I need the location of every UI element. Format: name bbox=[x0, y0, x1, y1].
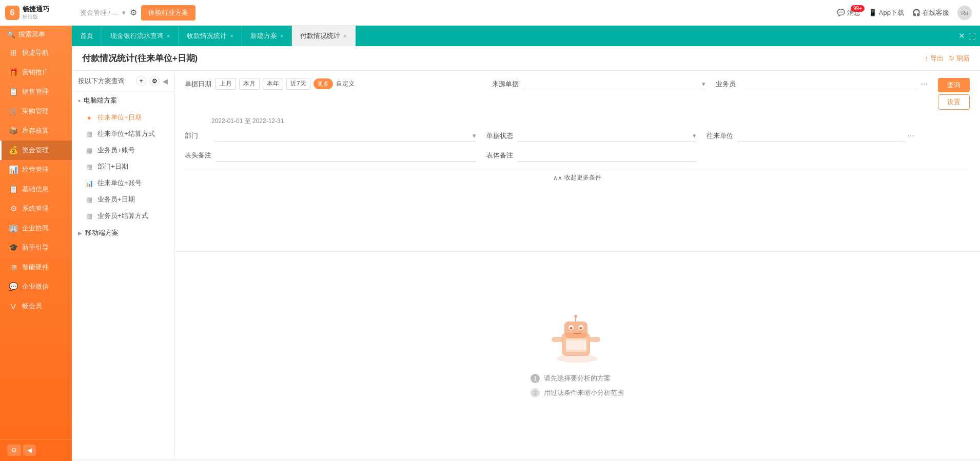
collapse-bar[interactable]: ∧∧ 收起更多条件 bbox=[185, 169, 970, 186]
source-label: 来源单据 bbox=[492, 79, 519, 89]
tab-receipt-stat[interactable]: 收款情况统计 × bbox=[179, 26, 242, 46]
hardware-icon: 🖥 bbox=[9, 263, 18, 272]
sidebar-item-basic[interactable]: 📋 基础信息 bbox=[0, 179, 72, 199]
refresh-button[interactable]: ↻ 刷新 bbox=[949, 54, 970, 63]
message-button[interactable]: 💬 消息 99+ bbox=[837, 8, 860, 17]
settings-gear-icon[interactable]: ⚙ bbox=[130, 8, 137, 17]
filter-counterparty-field: 往来单位 ··· bbox=[707, 130, 916, 142]
scheme-settings-button[interactable]: ⚙ bbox=[149, 76, 160, 86]
tab-new-scheme-close[interactable]: × bbox=[280, 33, 283, 39]
scheme-group-mobile-header[interactable]: ▶ 移动端方案 bbox=[72, 224, 174, 242]
tab-bank-flow[interactable]: 现金银行流水查询 × bbox=[102, 26, 179, 46]
tab-new-scheme[interactable]: 新建方案 × bbox=[242, 26, 292, 46]
trial-button[interactable]: 体验行业方案 bbox=[141, 5, 195, 21]
date-custom-label[interactable]: 自定义 bbox=[336, 79, 355, 88]
search-icon: 🔍 bbox=[7, 31, 15, 38]
date-btn-this-year[interactable]: 本年 bbox=[263, 78, 283, 90]
search-menu[interactable]: 🔍 搜索菜单 bbox=[0, 26, 72, 43]
scheme-item-salesperson-account[interactable]: ▦ 业务员+账号 bbox=[72, 142, 174, 158]
sidebar: 6 畅捷通巧 标准版 🔍 搜索菜单 ⊞ 快捷导航 🎁 营销推广 📋 销售管理 🛒… bbox=[0, 0, 72, 461]
dept-select[interactable]: ▾ bbox=[214, 130, 476, 142]
scheme-item-counterparty-settle[interactable]: ▦ 往来单位+结算方式 bbox=[72, 126, 174, 142]
sidebar-item-guide[interactable]: 🎓 新手引导 bbox=[0, 238, 72, 257]
date-btn-this-month[interactable]: 本月 bbox=[239, 78, 260, 90]
sidebar-item-capital[interactable]: 💰 资金管理 bbox=[0, 141, 72, 160]
tab-expand-button[interactable]: ⛶ bbox=[968, 32, 976, 41]
scheme-item-counterparty-account[interactable]: 📊 往来单位+账号 bbox=[72, 175, 174, 191]
filter-settings-button[interactable]: 设置 bbox=[938, 94, 970, 110]
sidebar-footer: ⚙ ◀ bbox=[0, 439, 72, 461]
scheme-item-counterparty-date[interactable]: ● 往来单位+日期 bbox=[72, 109, 174, 126]
tab-bank-flow-close[interactable]: × bbox=[167, 33, 170, 39]
scheme-collapse-button[interactable]: ◀ bbox=[163, 76, 168, 86]
date-range-display: 2022-01-01 至 2022-12-31 bbox=[185, 117, 970, 130]
dept-dropdown-icon: ▾ bbox=[473, 132, 476, 139]
empty-tip-1: 1 请先选择要分析的方案 bbox=[531, 374, 624, 383]
guide-icon: 🎓 bbox=[9, 243, 18, 252]
salesperson-ellipsis-button[interactable]: ··· bbox=[919, 79, 930, 89]
filter-row-2: 部门 ▾ 单据状态 ▾ bbox=[185, 130, 970, 142]
counterparty-input[interactable] bbox=[737, 130, 906, 142]
breadcrumb-dropdown[interactable]: ▾ bbox=[122, 9, 126, 16]
header-note-label: 表头备注 bbox=[185, 151, 211, 160]
tabbar: 首页 现金银行流水查询 × 收款情况统计 × 新建方案 × 付款情况统计 × ✕… bbox=[72, 26, 980, 46]
sidebar-nav: ⊞ 快捷导航 🎁 营销推广 📋 销售管理 🛒 采购管理 📦 库存核算 💰 资金管… bbox=[0, 43, 72, 439]
sidebar-collapse-button[interactable]: ◀ bbox=[23, 445, 36, 456]
date-btn-last-month[interactable]: 上月 bbox=[215, 78, 236, 90]
add-scheme-button[interactable]: + bbox=[136, 76, 146, 86]
sidebar-item-operation[interactable]: 📊 经营管理 bbox=[0, 160, 72, 179]
filter-header-note-field: 表头备注 bbox=[185, 149, 476, 162]
date-btn-7days[interactable]: 近7天 bbox=[286, 78, 310, 90]
sidebar-item-member[interactable]: V 畅会员 bbox=[0, 296, 72, 316]
body-note-input[interactable] bbox=[517, 149, 696, 162]
sidebar-settings-button[interactable]: ⚙ bbox=[7, 445, 21, 456]
sidebar-item-purchase[interactable]: 🛒 采购管理 bbox=[0, 102, 72, 121]
scheme-group-desktop: ▾ 电脑端方案 ● 往来单位+日期 ▦ 往来单位+结算方式 ▦ 业务员+账号 bbox=[72, 92, 174, 224]
dept-label: 部门 bbox=[185, 131, 210, 141]
tab-receipt-stat-close[interactable]: × bbox=[230, 33, 233, 39]
salesperson-input[interactable] bbox=[746, 78, 918, 90]
sidebar-item-marketing[interactable]: 🎁 营销推广 bbox=[0, 63, 72, 82]
user-avatar[interactable]: Rit bbox=[957, 6, 972, 20]
app-download-button[interactable]: 📱 App下载 bbox=[869, 8, 904, 17]
counterparty-ellipsis-button[interactable]: ··· bbox=[906, 131, 916, 141]
sidebar-item-inventory[interactable]: 📦 库存核算 bbox=[0, 121, 72, 141]
purchase-icon: 🛒 bbox=[9, 107, 18, 116]
online-service-button[interactable]: 🎧 在线客服 bbox=[912, 8, 949, 17]
doc-status-label: 单据状态 bbox=[486, 131, 513, 141]
source-select[interactable]: ▾ bbox=[523, 78, 706, 90]
export-icon: ↑ bbox=[925, 54, 929, 62]
tab-close-all-button[interactable]: ✕ bbox=[958, 31, 965, 41]
content-area: 付款情况统计(往来单位+日期) ↑ 导出 ↻ 刷新 按以下方案查询 + bbox=[72, 46, 980, 461]
enterprise-icon: 🏢 bbox=[9, 224, 18, 233]
filter-panel: 单据日期 上月 本月 本年 近7天 更多 自定义 来源单据 bbox=[174, 71, 980, 252]
empty-illustration bbox=[546, 312, 608, 364]
tab-payment-stat-close[interactable]: × bbox=[343, 33, 346, 39]
tab-home[interactable]: 首页 bbox=[72, 26, 102, 46]
scheme-group-desktop-header[interactable]: ▾ 电脑端方案 bbox=[72, 92, 174, 109]
sidebar-item-wechat[interactable]: 💬 企业微信 bbox=[0, 277, 72, 296]
filter-doc-status-field: 单据状态 ▾ bbox=[486, 130, 696, 142]
main-area: 资金管理 / ... ▾ ⚙ 体验行业方案 💬 消息 99+ 📱 App下载 🎧… bbox=[72, 0, 980, 461]
scheme-item-salesperson-date[interactable]: ▦ 业务员+日期 bbox=[72, 191, 174, 208]
scheme-item-salesperson-settle[interactable]: ▦ 业务员+结算方式 bbox=[72, 208, 174, 224]
sidebar-item-hardware[interactable]: 🖥 智能硬件 bbox=[0, 257, 72, 277]
header-note-input[interactable] bbox=[215, 149, 476, 162]
tab-payment-stat[interactable]: 付款情况统计 × bbox=[292, 26, 355, 46]
sidebar-item-system[interactable]: ⚙ 系统管理 bbox=[0, 199, 72, 218]
export-button[interactable]: ↑ 导出 bbox=[925, 54, 944, 63]
doc-status-select[interactable]: ▾ bbox=[517, 130, 696, 142]
sidebar-item-enterprise[interactable]: 🏢 企业协同 bbox=[0, 218, 72, 238]
filter-row-1: 单据日期 上月 本月 本年 近7天 更多 自定义 来源单据 bbox=[185, 78, 970, 110]
svg-rect-9 bbox=[552, 337, 563, 342]
mobile-group-arrow-icon: ▶ bbox=[78, 230, 82, 236]
topbar-right: 💬 消息 99+ 📱 App下载 🎧 在线客服 Rit bbox=[837, 6, 972, 20]
counterparty-label: 往来单位 bbox=[707, 131, 733, 141]
sidebar-item-quick-nav[interactable]: ⊞ 快捷导航 bbox=[0, 43, 72, 63]
query-button[interactable]: 查询 bbox=[938, 78, 970, 92]
date-btn-more[interactable]: 更多 bbox=[313, 78, 333, 89]
scheme-item-dept-date[interactable]: ▦ 部门+日期 bbox=[72, 158, 174, 175]
filter-body-note-field: 表体备注 bbox=[486, 149, 696, 162]
basic-icon: 📋 bbox=[9, 185, 18, 194]
sidebar-item-sales[interactable]: 📋 销售管理 bbox=[0, 82, 72, 102]
